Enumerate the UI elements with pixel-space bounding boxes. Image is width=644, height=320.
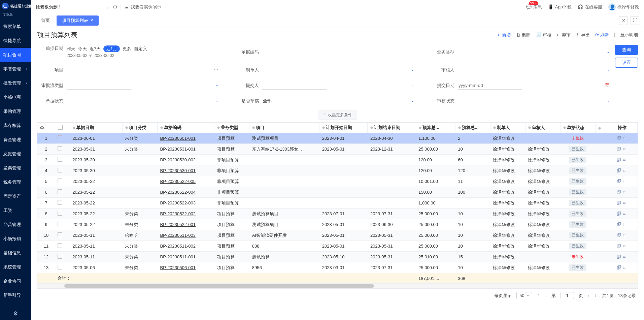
col-maker[interactable]: 制单人	[490, 123, 525, 133]
row-checkbox[interactable]	[58, 211, 62, 216]
bill-code-link[interactable]: BP-20230531-001	[160, 147, 196, 152]
row-checkbox[interactable]	[58, 157, 62, 162]
date-shortcut-5[interactable]: 自定义	[134, 46, 147, 52]
chevron-down-icon[interactable]: ⌄	[607, 67, 610, 72]
table-row[interactable]: 11 2023-05-11 未分类 BP-20230511-002 项目预算 8…	[37, 241, 638, 252]
sidebar-item-5[interactable]: 小畅电商	[0, 90, 31, 104]
sidebar-item-10[interactable]: 发票管理	[0, 161, 31, 175]
date-shortcut-1[interactable]: 今天	[78, 46, 87, 52]
table-row[interactable]: 9 2023-05-22 未分类 BP-20230522-001 项目预算 测试…	[37, 219, 638, 230]
delete-button[interactable]: 🗑删除	[516, 32, 531, 38]
horizontal-scrollbar[interactable]	[37, 284, 638, 288]
bill-code-link[interactable]: BP-20230530-001	[160, 168, 196, 173]
sidebar-item-11[interactable]: 税务管理	[0, 175, 31, 189]
date-shortcut-4[interactable]: 更多	[123, 46, 131, 52]
table-row[interactable]: 1 2023-06-01 未分类 BP-20230601-001 项目预算 测试…	[37, 133, 638, 144]
new-button[interactable]: ＋新增	[496, 32, 511, 38]
menu-icon[interactable]: ⌗	[623, 233, 625, 238]
chevron-down-icon[interactable]: ⌄	[411, 67, 414, 72]
row-checkbox[interactable]	[58, 265, 62, 269]
col-budget-1[interactable]: 预算总...	[416, 123, 455, 133]
select-all-checkbox[interactable]	[55, 123, 70, 133]
org-selector[interactable]: 徐老板勿删！ ⌄	[36, 4, 109, 10]
maker-select[interactable]	[262, 66, 327, 74]
fullscreen-button[interactable]: ⛶	[631, 16, 639, 25]
col-project[interactable]: 项目	[249, 123, 319, 133]
export-button[interactable]: ⇪导出	[576, 32, 590, 38]
table-row[interactable]: 8 2023-05-22 未分类 BP-20230522-002 项目预算 测试…	[37, 209, 638, 219]
bill-code-link[interactable]: BP-20230511-003	[160, 233, 196, 238]
sidebar-item-0[interactable]: 搜索菜单	[0, 20, 31, 34]
close-icon[interactable]: ✕	[90, 18, 93, 23]
audit-status-select[interactable]	[458, 97, 522, 105]
date-shortcut-0[interactable]: 昨天	[67, 46, 75, 52]
row-checkbox[interactable]	[58, 179, 62, 183]
bill-code-link[interactable]: BP-20230522-005	[160, 179, 196, 184]
bill-code-link[interactable]: BP-20230530-002	[160, 157, 196, 162]
sidebar-item-12[interactable]: 固定资产	[0, 189, 31, 203]
refresh-button[interactable]: ⟳刷新	[595, 32, 609, 38]
sidebar-item-1[interactable]: 快捷导航	[0, 34, 31, 48]
sidebar-settings-icon[interactable]: ⚙	[0, 307, 31, 320]
view-icon[interactable]: 🗐	[617, 168, 621, 173]
view-icon[interactable]: 🗐	[617, 179, 621, 184]
tab-0[interactable]: 首页	[36, 15, 55, 26]
view-icon[interactable]: 🗐	[617, 211, 621, 216]
chevron-down-icon[interactable]: ⌄	[411, 83, 414, 87]
sidebar-item-4[interactable]: 批发管理▾	[0, 76, 31, 90]
col-budget-2[interactable]: 预算总...	[455, 123, 490, 133]
row-checkbox[interactable]	[58, 168, 62, 172]
menu-icon[interactable]: ⌗	[623, 211, 625, 216]
table-row[interactable]: 13 2023-05-06 未分类 BP-20230506-001 项目预算 8…	[37, 262, 638, 273]
tab-close-button[interactable]: ✕	[619, 16, 628, 25]
view-icon[interactable]: 🗐	[617, 157, 621, 162]
col-extra[interactable]	[595, 123, 607, 133]
menu-icon[interactable]: ⌗	[623, 200, 625, 205]
messages-link[interactable]: 💬 消息	[526, 4, 542, 10]
sidebar-item-17[interactable]: 系统管理	[0, 260, 31, 274]
bill-code-link[interactable]: BP-20230506-001	[160, 265, 196, 270]
prev-page-button[interactable]: ‹	[545, 293, 547, 298]
sidebar-item-2[interactable]: 项目合同	[0, 48, 31, 62]
view-icon[interactable]: 🗐	[617, 222, 621, 227]
menu-icon[interactable]: ⌗	[623, 265, 625, 270]
user-menu[interactable]: 👤 徐泽华修改	[608, 3, 639, 11]
sidebar-item-16[interactable]: 基础信息	[0, 246, 31, 260]
sidebar-item-9[interactable]: 总账管理	[0, 147, 31, 161]
bill-code-link[interactable]: BP-20230511-002	[160, 244, 196, 249]
table-row[interactable]: 7 2023-05-22 BP-20230522-003 非项目预算 1,000…	[37, 198, 638, 209]
date-shortcut-3[interactable]: 近1月	[103, 45, 120, 52]
row-checkbox[interactable]	[58, 243, 62, 248]
bill-code-link[interactable]: BP-20230522-004	[160, 190, 196, 195]
col-bill-date[interactable]: 单据日期	[70, 123, 122, 133]
bill-code-link[interactable]: BP-20230511-001	[160, 254, 196, 259]
view-icon[interactable]: 🗐	[617, 200, 621, 205]
sidebar-item-3[interactable]: 零售管理▾	[0, 62, 31, 76]
submitter-select[interactable]	[262, 82, 327, 90]
view-icon[interactable]: 🗐	[617, 265, 621, 270]
row-checkbox[interactable]	[58, 232, 62, 237]
table-row[interactable]: 10 2023-05-11 哈哈哈 BP-20230511-003 项目预算 A…	[37, 230, 638, 241]
first-page-button[interactable]: ⤒	[537, 293, 541, 298]
gear-icon[interactable]: ⚙	[113, 4, 117, 10]
menu-icon[interactable]: ⌗	[623, 254, 625, 259]
online-service-link[interactable]: 🎧 在线客服	[578, 4, 602, 10]
date-shortcut-2[interactable]: 近7天	[90, 46, 101, 52]
chevron-down-icon[interactable]: ⌄	[607, 98, 610, 103]
chevron-down-icon[interactable]: ⌄	[215, 98, 218, 103]
last-page-button[interactable]: ⤓	[594, 293, 598, 298]
sidebar-item-14[interactable]: 经营管理	[0, 218, 31, 232]
row-checkbox[interactable]	[58, 146, 62, 151]
menu-icon[interactable]: ⌗	[623, 136, 625, 141]
query-button[interactable]: 查询	[615, 45, 638, 55]
sidebar-item-18[interactable]: 企业协同	[0, 274, 31, 288]
row-checkbox[interactable]	[58, 222, 62, 226]
show-detail-checkbox[interactable]: 显示明细	[614, 32, 638, 38]
view-icon[interactable]: 🗐	[617, 147, 621, 152]
sidebar-item-15[interactable]: 小畅报销	[0, 232, 31, 246]
bill-code-link[interactable]: BP-20230601-001	[160, 136, 196, 141]
draft-select[interactable]	[262, 97, 327, 105]
demo-link[interactable]: ☁ 我要看实例演示	[124, 4, 161, 10]
table-row[interactable]: 2 2023-05-31 未分类 BP-20230531-001 项目预算 东方…	[37, 144, 638, 155]
tab-1[interactable]: 项目预算列表✕	[57, 15, 99, 26]
